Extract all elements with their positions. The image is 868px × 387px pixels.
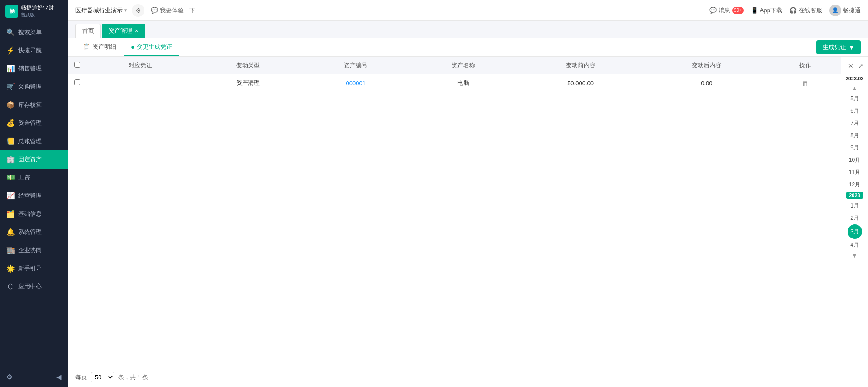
settings-icon[interactable]: ⚙ [6, 373, 12, 381]
feedback-button[interactable]: 💬 我要体验一下 [151, 6, 195, 15]
sidebar-item-apps[interactable]: ⬡ 应用中心 [0, 278, 68, 296]
delete-icon[interactable]: 🗑 [802, 79, 808, 87]
topbar-right: 💬 消息 99+ 📱 App下载 🎧 在线客服 👤 畅捷通 [709, 5, 861, 16]
search-icon: 🔍 [6, 28, 15, 36]
tab-asset-close-icon[interactable]: ✕ [134, 28, 139, 34]
generate-voucher-button[interactable]: 生成凭证 ▼ [816, 40, 861, 54]
row-code[interactable]: 000001 [302, 74, 410, 92]
service-button[interactable]: 🎧 在线客服 [789, 6, 822, 15]
sidebar-item-salary[interactable]: 💵 工资 [0, 169, 68, 187]
sidebar-item-purchase[interactable]: 🛒 采购管理 [0, 78, 68, 96]
feedback-icon: 💬 [151, 7, 158, 14]
th-checkbox [68, 57, 86, 74]
calendar-down-arrow[interactable]: ▼ [851, 251, 858, 260]
generate-btn-chevron-icon: ▼ [848, 44, 854, 51]
cal-6[interactable]: 6月 [841, 105, 868, 117]
sidebar-item-sales[interactable]: 📊 销售管理 [0, 60, 68, 78]
select-all-checkbox[interactable] [74, 62, 80, 68]
th-voucher: 对应凭证 [86, 57, 194, 74]
purchase-icon: 🛒 [6, 83, 15, 91]
main-table-area: 对应凭证 变动类型 资产编号 资产名称 变动前内容 变动后内容 操作 [68, 57, 841, 387]
sidebar-item-inventory[interactable]: 📦 库存核算 [0, 96, 68, 114]
close-panel-icon[interactable]: ✕ [846, 60, 855, 71]
tab-home[interactable]: 首页 [75, 24, 101, 38]
sidebar-item-ledger[interactable]: 📒 总账管理 [0, 132, 68, 150]
sidebar-item-fund[interactable]: 💰 资金管理 [0, 114, 68, 132]
sidebar-item-system[interactable]: 🔔 系统管理 [0, 223, 68, 241]
cal-2[interactable]: 2月 [841, 212, 868, 224]
row-checkbox[interactable] [74, 79, 80, 85]
sidebar-item-operation[interactable]: 📈 经营管理 [0, 187, 68, 205]
company-settings-button[interactable]: ⚙ [132, 4, 144, 17]
apps-icon: ⬡ [6, 283, 15, 291]
th-name: 资产名称 [410, 57, 517, 74]
inventory-icon: 📦 [6, 101, 15, 109]
cal-10[interactable]: 10月 [841, 154, 868, 166]
sidebar-menu: 🔍 搜索菜单 ⚡ 快捷导航 📊 销售管理 🛒 采购管理 📦 库存核算 💰 资金管… [0, 23, 68, 367]
cal-3-active[interactable]: 3月 [848, 224, 862, 239]
service-icon: 🎧 [789, 7, 797, 14]
sidebar-item-basic[interactable]: 🗂️ 基础信息 [0, 205, 68, 223]
cal-1[interactable]: 1月 [841, 200, 868, 212]
company-selector[interactable]: 医疗器械行业演示 ▾ [75, 6, 127, 15]
sidebar-item-corp[interactable]: 🏬 企业协同 [0, 241, 68, 259]
sidebar-label-ledger: 总账管理 [18, 137, 42, 145]
collapse-icon[interactable]: ◀ [56, 373, 62, 381]
subtabbar: 📋 资产明细 ● 变更生成凭证 生成凭证 ▼ [68, 38, 868, 57]
cal-11[interactable]: 11月 [841, 166, 868, 179]
subtab-detail-label: 资产明细 [93, 43, 116, 51]
total-text: 条，共 1 条 [118, 373, 148, 382]
tab-asset-label: 资产管理 [109, 27, 132, 35]
company-name: 医疗器械行业演示 [75, 6, 123, 15]
feedback-label: 我要体验一下 [160, 6, 195, 15]
salary-icon: 💵 [6, 174, 15, 182]
asset-table: 对应凭证 变动类型 资产编号 资产名称 变动前内容 变动后内容 操作 [68, 57, 841, 92]
table-row: -- 资产清理 000001 电脑 50,000.00 0.00 🗑 [68, 74, 841, 92]
avatar: 👤 [829, 5, 841, 16]
main-area: 医疗器械行业演示 ▾ ⚙ 💬 我要体验一下 💬 消息 99+ 📱 App下载 🎧… [68, 0, 868, 387]
app-download-icon: 📱 [751, 7, 758, 14]
sidebar-bottom: ⚙ ◀ [0, 367, 68, 387]
table-wrapper: 对应凭证 变动类型 资产编号 资产名称 变动前内容 变动后内容 操作 [68, 57, 841, 367]
message-label: 消息 [719, 6, 730, 15]
cal-12[interactable]: 12月 [841, 179, 868, 191]
cal-4[interactable]: 4月 [841, 239, 868, 251]
pagination: 每页 10 20 50 100 条，共 1 条 [68, 367, 841, 387]
subtab-voucher-label: 变更生成凭证 [137, 43, 172, 51]
row-checkbox-cell [68, 74, 86, 92]
right-panel-header: ✕ ⤢ [841, 59, 868, 73]
user-menu[interactable]: 👤 畅捷通 [829, 5, 861, 16]
message-button[interactable]: 💬 消息 99+ [709, 6, 744, 15]
tab-asset[interactable]: 资产管理 ✕ [102, 24, 145, 38]
expand-panel-icon[interactable]: ⤢ [856, 60, 865, 71]
sidebar-item-nav[interactable]: ⚡ 快捷导航 [0, 41, 68, 60]
app-download-button[interactable]: 📱 App下载 [751, 6, 782, 15]
logo-icon: 畅 [5, 5, 18, 18]
sidebar-item-asset[interactable]: 🏢 固定资产 [0, 150, 68, 169]
sidebar-label-operation: 经营管理 [18, 192, 42, 200]
row-voucher: -- [86, 74, 194, 92]
cal-8[interactable]: 8月 [841, 129, 868, 142]
sidebar-label-fund: 资金管理 [18, 119, 42, 127]
per-page-select[interactable]: 10 20 50 100 [91, 372, 114, 382]
sidebar-label-search: 搜索菜单 [18, 28, 42, 36]
message-icon: 💬 [709, 7, 717, 14]
cal-5[interactable]: 5月 [841, 93, 868, 105]
sidebar-item-search[interactable]: 🔍 搜索菜单 [0, 23, 68, 41]
subtab-voucher[interactable]: ● 变更生成凭证 [124, 38, 179, 56]
system-icon: 🔔 [6, 228, 15, 236]
calendar-title: 2023.03 [844, 73, 866, 84]
sidebar-item-guide[interactable]: 🌟 新手引导 [0, 259, 68, 278]
cal-7[interactable]: 7月 [841, 117, 868, 129]
row-name: 电脑 [410, 74, 517, 92]
sidebar-label-purchase: 采购管理 [18, 83, 42, 91]
asset-icon: 🏢 [6, 155, 15, 164]
content-body: 对应凭证 变动类型 资产编号 资产名称 变动前内容 变动后内容 操作 [68, 57, 868, 387]
th-type: 变动类型 [194, 57, 302, 74]
calendar-up-arrow[interactable]: ▲ [851, 84, 858, 93]
service-label: 在线客服 [799, 6, 822, 15]
subtab-detail[interactable]: 📋 资产明细 [75, 38, 124, 56]
per-page-label: 每页 [75, 373, 87, 382]
cal-9[interactable]: 9月 [841, 142, 868, 154]
app-download-label: App下载 [760, 6, 782, 15]
